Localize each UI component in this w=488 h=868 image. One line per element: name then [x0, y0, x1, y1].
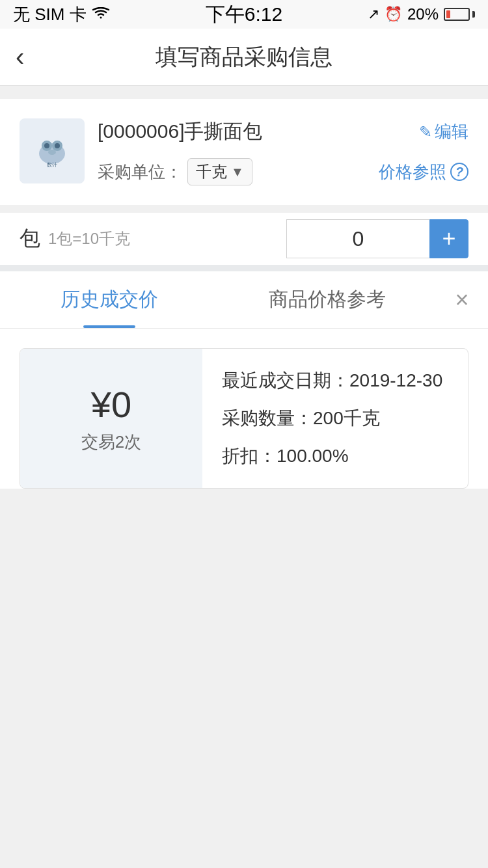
unit-select[interactable]: 千克 ▼	[187, 158, 252, 185]
unit-chevron-icon: ▼	[231, 165, 244, 180]
edit-button[interactable]: ✎ 编辑	[419, 120, 468, 143]
back-button[interactable]: ‹	[16, 42, 24, 72]
history-card: ¥0 交易2次 最近成交日期：2019-12-30 采购数量：200千克 折扣：…	[20, 348, 468, 489]
discount-row: 折扣：100.00%	[222, 442, 448, 470]
discount-label: 折扣：	[222, 446, 277, 466]
discount-value: 100.00%	[277, 446, 349, 466]
unit-label: 采购单位： 千克 ▼	[98, 158, 252, 185]
section-divider	[0, 205, 488, 211]
transactions-label: 交易2次	[81, 431, 141, 454]
tabs-bar: 历史成交价 商品价格参考 ×	[0, 271, 488, 329]
wifi-icon	[92, 5, 110, 25]
product-thumb-icon: 数计	[33, 129, 72, 174]
alarm-icon: ⏰	[385, 6, 402, 23]
quantity-label-text: 采购数量：	[222, 408, 313, 428]
price-ref-link[interactable]: 价格参照 ?	[379, 161, 468, 183]
status-left: 无 SIM 卡	[13, 3, 110, 26]
product-name-row: [0000006]手撕面包 ✎ 编辑	[98, 118, 468, 145]
close-panel-button[interactable]: ×	[436, 286, 488, 314]
quantity-input[interactable]	[287, 220, 429, 258]
status-right: ↗ ⏰ 20%	[368, 5, 475, 23]
quantity-add-button[interactable]: +	[429, 219, 468, 258]
product-thumbnail: 数计	[20, 118, 85, 183]
quantity-input-wrap	[286, 219, 429, 258]
price-ref-label: 价格参照	[379, 161, 446, 183]
quantity-conversion: 1包=10千克	[48, 228, 130, 249]
tab-product-price-ref[interactable]: 商品价格参考	[218, 271, 436, 328]
close-icon: ×	[455, 286, 468, 314]
quantity-section: 包 1包=10千克 +	[0, 213, 488, 265]
price-number: 0	[111, 384, 131, 425]
quantity-control: +	[286, 219, 468, 258]
quantity-value: 200千克	[313, 408, 380, 428]
battery-icon	[444, 8, 475, 21]
price-symbol: ¥	[91, 384, 111, 425]
product-info: [0000006]手撕面包 ✎ 编辑 采购单位： 千克 ▼ 价格参照 ?	[98, 118, 468, 185]
recent-date-value: 2019-12-30	[349, 370, 442, 390]
recent-date-row: 最近成交日期：2019-12-30	[222, 367, 448, 394]
nav-bar: ‹ 填写商品采购信息	[0, 29, 488, 86]
unit-label-text: 采购单位：	[98, 161, 182, 183]
section-divider-2	[0, 265, 488, 271]
battery-percent: 20%	[407, 5, 439, 23]
price-panel: 历史成交价 商品价格参考 × ¥0 交易2次 最近成交日期：2019-12-30…	[0, 271, 488, 489]
svg-text:数计: 数计	[47, 162, 57, 168]
unit-row: 采购单位： 千克 ▼ 价格参照 ?	[98, 158, 468, 185]
edit-icon: ✎	[419, 123, 432, 141]
history-price-left: ¥0 交易2次	[20, 349, 202, 488]
plus-icon: +	[442, 227, 455, 251]
carrier-text: 无 SIM 卡	[13, 3, 87, 26]
recent-date-label: 最近成交日期：	[222, 370, 349, 390]
svg-point-5	[48, 150, 56, 155]
tab-history-price[interactable]: 历史成交价	[0, 271, 218, 328]
product-name: [0000006]手撕面包	[98, 118, 262, 145]
quantity-unit: 包	[20, 224, 40, 253]
svg-point-4	[55, 143, 60, 148]
quantity-label: 包 1包=10千克	[20, 224, 130, 253]
tab-history-label: 历史成交价	[61, 286, 158, 313]
svg-point-3	[44, 143, 49, 148]
price-ref-info-icon: ?	[450, 163, 468, 181]
page-title: 填写商品采购信息	[156, 42, 332, 72]
purchase-quantity-row: 采购数量：200千克	[222, 405, 448, 432]
product-card: 数计 [0000006]手撕面包 ✎ 编辑 采购单位： 千克 ▼ 价格参照 ?	[0, 99, 488, 205]
edit-label: 编辑	[435, 120, 468, 143]
history-price-value: ¥0	[91, 383, 131, 426]
status-time: 下午6:12	[206, 1, 282, 28]
tab-active-indicator	[83, 325, 135, 328]
status-bar: 无 SIM 卡 下午6:12 ↗ ⏰ 20%	[0, 0, 488, 29]
history-details: 最近成交日期：2019-12-30 采购数量：200千克 折扣：100.00%	[202, 349, 468, 488]
location-icon: ↗	[368, 6, 379, 23]
tab-product-price-label: 商品价格参考	[269, 286, 386, 313]
unit-value: 千克	[196, 161, 227, 182]
